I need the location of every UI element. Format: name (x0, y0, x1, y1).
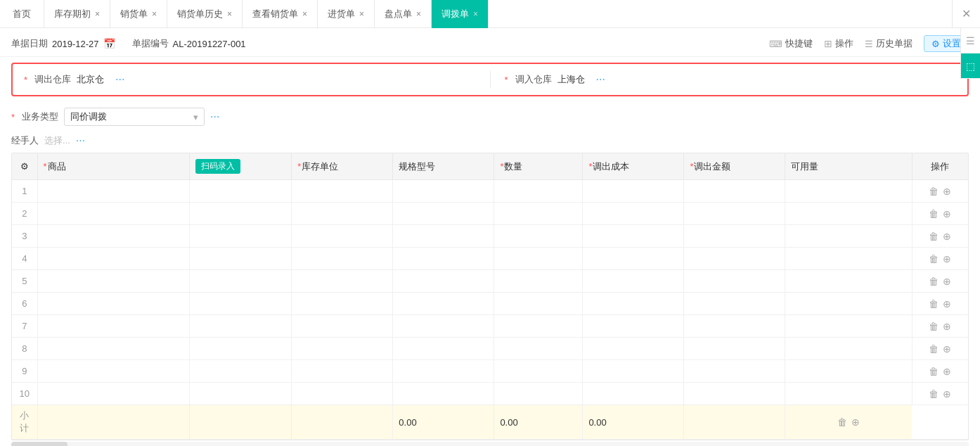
tab-purchase-order[interactable]: 进货单 × (318, 0, 375, 28)
unit-cell[interactable] (292, 338, 393, 360)
product-cell[interactable] (37, 180, 189, 203)
cost-cell[interactable] (583, 338, 684, 360)
out-warehouse-more[interactable]: ··· (115, 73, 124, 86)
unit-cell[interactable] (292, 315, 393, 338)
cost-cell[interactable] (583, 225, 684, 248)
spec-cell[interactable] (393, 270, 494, 293)
spec-cell[interactable] (393, 180, 494, 203)
amount-cell[interactable] (684, 383, 785, 405)
row-delete-icon[interactable]: 🗑 (929, 276, 939, 287)
spec-cell[interactable] (393, 225, 494, 248)
cost-cell[interactable] (583, 203, 684, 225)
row-copy-icon[interactable]: ⊕ (943, 253, 951, 265)
qty-cell[interactable] (494, 248, 583, 270)
tab-view-sales[interactable]: 查看销货单 × (243, 0, 318, 28)
ops-btn[interactable]: ⊞ 操作 (824, 37, 853, 50)
close-inventory-init[interactable]: × (95, 9, 100, 19)
row-delete-icon[interactable]: 🗑 (929, 388, 939, 400)
row-delete-icon[interactable]: 🗑 (929, 231, 939, 242)
qty-cell[interactable] (494, 203, 583, 225)
row-delete-icon[interactable]: 🗑 (837, 416, 847, 428)
unit-cell[interactable] (292, 203, 393, 225)
qty-cell[interactable] (494, 360, 583, 383)
person-select[interactable]: 选择... (44, 134, 70, 147)
row-copy-icon[interactable]: ⊕ (943, 343, 951, 355)
tab-inventory-init[interactable]: 库存期初 × (44, 0, 110, 28)
close-sales-order[interactable]: × (152, 9, 157, 19)
spec-cell[interactable] (393, 315, 494, 338)
product-cell[interactable] (37, 293, 189, 315)
tab-home[interactable]: 首页 (0, 0, 44, 28)
cost-cell[interactable] (583, 315, 684, 338)
cost-cell[interactable] (583, 248, 684, 270)
in-warehouse-more[interactable]: ··· (596, 73, 605, 86)
row-copy-icon[interactable]: ⊕ (943, 208, 951, 219)
cost-cell[interactable] (583, 360, 684, 383)
row-copy-icon[interactable]: ⊕ (851, 416, 860, 428)
scroll-bar[interactable] (11, 442, 969, 446)
row-delete-icon[interactable]: 🗑 (929, 298, 939, 310)
spec-cell[interactable] (393, 248, 494, 270)
spec-cell[interactable] (393, 203, 494, 225)
amount-cell[interactable] (684, 203, 785, 225)
amount-cell[interactable] (684, 315, 785, 338)
sidebar-list-btn[interactable]: ☰ (961, 28, 981, 53)
tab-sales-order[interactable]: 销货单 × (110, 0, 167, 28)
amount-cell[interactable] (684, 180, 785, 203)
row-delete-icon[interactable]: 🗑 (929, 186, 939, 197)
calendar-icon[interactable]: 📅 (103, 38, 115, 49)
qty-cell[interactable] (494, 225, 583, 248)
spec-cell[interactable] (393, 383, 494, 405)
unit-cell[interactable] (292, 383, 393, 405)
cost-cell[interactable] (583, 270, 684, 293)
row-copy-icon[interactable]: ⊕ (943, 186, 951, 197)
close-purchase-order[interactable]: × (359, 9, 364, 19)
cost-cell[interactable] (583, 383, 684, 405)
window-close-button[interactable]: ✕ (952, 0, 980, 28)
spec-cell[interactable] (393, 293, 494, 315)
unit-cell[interactable] (292, 293, 393, 315)
row-copy-icon[interactable]: ⊕ (943, 276, 951, 287)
product-cell[interactable] (37, 248, 189, 270)
amount-cell[interactable] (684, 338, 785, 360)
product-cell[interactable] (37, 360, 189, 383)
unit-cell[interactable] (292, 270, 393, 293)
unit-cell[interactable] (292, 180, 393, 203)
tab-stocktake[interactable]: 盘点单 × (375, 0, 432, 28)
cost-cell[interactable] (583, 293, 684, 315)
row-delete-icon[interactable]: 🗑 (929, 366, 939, 377)
tab-transfer[interactable]: 调拨单 × (432, 0, 489, 28)
amount-cell[interactable] (684, 293, 785, 315)
amount-cell[interactable] (684, 360, 785, 383)
product-cell[interactable] (37, 338, 189, 360)
row-copy-icon[interactable]: ⊕ (943, 321, 951, 332)
row-copy-icon[interactable]: ⊕ (943, 298, 951, 310)
cost-cell[interactable] (583, 180, 684, 203)
qty-cell[interactable] (494, 270, 583, 293)
row-delete-icon[interactable]: 🗑 (929, 253, 939, 265)
shortcut-btn[interactable]: ⌨ 快捷键 (769, 37, 813, 50)
amount-cell[interactable] (684, 225, 785, 248)
unit-cell[interactable] (292, 225, 393, 248)
settings-col-icon[interactable]: ⚙ (20, 161, 29, 172)
close-stocktake[interactable]: × (416, 9, 421, 19)
qty-cell[interactable] (494, 338, 583, 360)
product-cell[interactable] (37, 383, 189, 405)
row-copy-icon[interactable]: ⊕ (943, 231, 951, 242)
tab-sales-history[interactable]: 销货单历史 × (167, 0, 243, 28)
sidebar-expand-btn[interactable]: ⬚ (961, 53, 981, 79)
row-delete-icon[interactable]: 🗑 (929, 321, 939, 332)
scan-btn[interactable]: 扫码录入 (195, 159, 240, 174)
amount-cell[interactable] (684, 270, 785, 293)
unit-cell[interactable] (292, 360, 393, 383)
qty-cell[interactable] (494, 180, 583, 203)
product-cell[interactable] (37, 315, 189, 338)
close-sales-history[interactable]: × (227, 9, 232, 19)
product-cell[interactable] (37, 203, 189, 225)
business-type-select[interactable]: 同价调拨 ▾ (64, 108, 205, 126)
business-type-more[interactable]: ··· (210, 110, 219, 123)
close-view-sales[interactable]: × (302, 9, 307, 19)
history-btn[interactable]: ☰ 历史单据 (865, 37, 913, 50)
row-delete-icon[interactable]: 🗑 (929, 343, 939, 355)
close-transfer[interactable]: × (473, 9, 478, 19)
